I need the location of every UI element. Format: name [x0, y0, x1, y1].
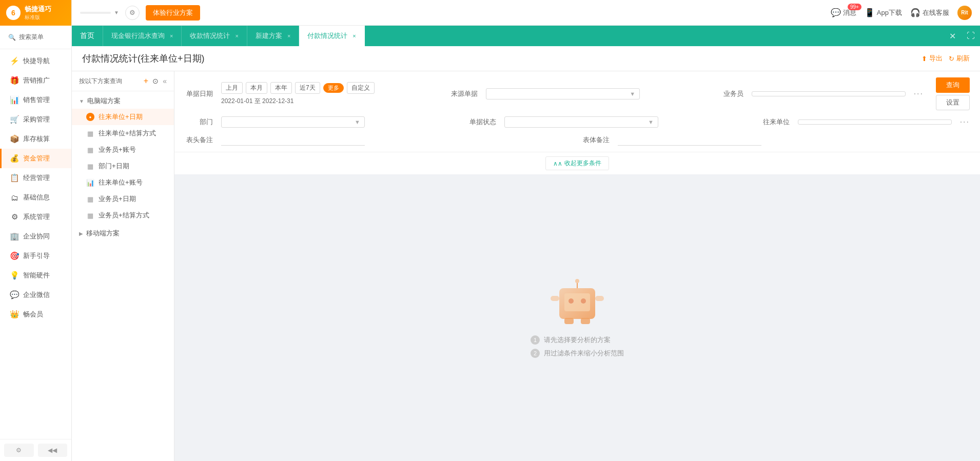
- scheme-item-label: 业务员+结算方式: [99, 211, 149, 220]
- sidebar-collapse-btn[interactable]: ◀◀: [38, 444, 68, 457]
- sidebar-item-yingxiao[interactable]: 🎁 营销推广: [0, 71, 71, 90]
- scheme-item-staff-account[interactable]: ▦ 业务员+账号: [72, 142, 174, 158]
- query-button[interactable]: 查询: [936, 77, 970, 93]
- scheme-item-label: 业务员+账号: [99, 145, 136, 154]
- scheme-collapse-btn[interactable]: «: [163, 77, 167, 85]
- tip-text-2: 用过滤条件来缩小分析范围: [544, 349, 624, 358]
- svg-rect-6: [551, 296, 559, 301]
- partner-more-btn[interactable]: ···: [960, 117, 970, 127]
- date-btn-7days[interactable]: 近7天: [295, 82, 320, 94]
- search-menu-item[interactable]: 🔍 搜索菜单: [4, 30, 67, 45]
- receipts-tab-close[interactable]: ×: [235, 33, 238, 39]
- tab-payments[interactable]: 付款情况统计 ×: [299, 26, 364, 46]
- sidebar-logo: 6: [6, 6, 21, 20]
- mobile-section-header[interactable]: ▶ 移动端方案: [72, 226, 174, 241]
- header-note-input[interactable]: [221, 134, 365, 146]
- sidebar-item-label: 采购管理: [23, 115, 50, 124]
- table-icon: ▦: [86, 162, 94, 170]
- tab-receipts[interactable]: 收款情况统计 ×: [182, 26, 247, 46]
- scheme-item-dept-date[interactable]: ▦ 部门+日期: [72, 158, 174, 174]
- payments-tab-label: 付款情况统计: [307, 31, 347, 41]
- sidebar-item-qiye[interactable]: 🏢 企业协同: [0, 227, 71, 246]
- desktop-scheme-section: ▼ 电脑端方案 ● 往来单位+日期 ▦ 往来单位+结算方式 ▦ 业务员+账号 ▦: [72, 91, 174, 226]
- staff-more-btn[interactable]: ···: [914, 89, 924, 98]
- date-btn-last-month[interactable]: 上月: [221, 82, 243, 94]
- tab-cashflow[interactable]: 现金银行流水查询 ×: [103, 26, 182, 46]
- scheme-header: 按以下方案查询 + ⊙ «: [72, 71, 174, 91]
- arrow-right-icon: ▶: [79, 231, 83, 236]
- topbar-settings-btn[interactable]: ⚙: [125, 6, 140, 20]
- scheme-header-actions: + ⊙ «: [144, 76, 167, 86]
- user-avatar[interactable]: Rit: [957, 6, 972, 20]
- scheme-panel: 按以下方案查询 + ⊙ « ▼ 电脑端方案 ● 往来单位+日期 ▦: [72, 71, 174, 461]
- source-select[interactable]: ▼: [486, 88, 640, 99]
- search-icon: 🔍: [8, 34, 16, 41]
- scheme-item-label: 往来单位+日期: [99, 112, 143, 122]
- scheme-item-partner-settle[interactable]: ▦ 往来单位+结算方式: [72, 125, 174, 142]
- sidebar-item-jingying[interactable]: 📋 经营管理: [0, 168, 71, 188]
- dept-select[interactable]: ▼: [221, 116, 365, 128]
- empty-illustration: 1 请先选择要分析的方案 2 用过滤条件来缩小分析范围: [531, 278, 624, 358]
- sidebar-item-label: 营销推广: [23, 76, 50, 85]
- close-tab-btn[interactable]: ✕: [943, 26, 962, 46]
- gear-icon: ⚙: [16, 447, 22, 454]
- date-btn-this-month[interactable]: 本月: [246, 82, 267, 94]
- desktop-section-header[interactable]: ▼ 电脑端方案: [72, 93, 174, 109]
- money-icon: 💰: [10, 154, 19, 163]
- chart-bar-icon: 📊: [86, 178, 94, 187]
- date-btn-more[interactable]: 更多: [323, 83, 344, 93]
- content-body: 按以下方案查询 + ⊙ « ▼ 电脑端方案 ● 往来单位+日期 ▦: [72, 71, 980, 461]
- partner-select[interactable]: [798, 119, 952, 125]
- scheme-item-partner-account[interactable]: 📊 往来单位+账号: [72, 174, 174, 191]
- scheme-item-staff-settle[interactable]: ▦ 业务员+结算方式: [72, 207, 174, 224]
- sidebar-settings-btn[interactable]: ⚙: [4, 444, 34, 457]
- refresh-btn[interactable]: ↻ 刷新: [949, 54, 970, 63]
- download-icon: 📱: [865, 8, 875, 17]
- filter-collapse-row: ∧∧ 收起更多条件: [174, 152, 980, 174]
- status-select[interactable]: ▼: [504, 116, 658, 128]
- payments-tab-close[interactable]: ×: [352, 33, 356, 39]
- sidebar-item-kuaijie[interactable]: ⚡ 快捷导航: [0, 51, 71, 71]
- date-btn-custom[interactable]: 自定义: [347, 82, 375, 94]
- collapse-filter-btn[interactable]: ∧∧ 收起更多条件: [545, 156, 609, 170]
- sidebar-item-xiaoshou[interactable]: 📊 销售管理: [0, 90, 71, 110]
- sidebar-item-zijin[interactable]: 💰 资金管理: [0, 149, 71, 168]
- scheme-item-label: 往来单位+结算方式: [99, 129, 156, 138]
- export-btn[interactable]: ⬆ 导出: [922, 54, 943, 63]
- tip-item-2: 2 用过滤条件来缩小分析范围: [531, 349, 624, 358]
- sidebar-item-xinshou[interactable]: 🎯 新手引导: [0, 246, 71, 266]
- scheme-item-staff-date[interactable]: ▦ 业务员+日期: [72, 191, 174, 207]
- sidebar-item-zhineng[interactable]: 💡 智能硬件: [0, 266, 71, 285]
- sidebar-item-kucun[interactable]: 📦 库存核算: [0, 129, 71, 149]
- maximize-tab-btn[interactable]: ⛶: [962, 26, 980, 46]
- export-icon: ⬆: [922, 55, 927, 63]
- date-range-display: 2022-01-01 至 2022-12-31: [221, 97, 375, 106]
- scheme-settings-icon[interactable]: ⊙: [152, 77, 159, 85]
- sidebar-item-label: 快捷导航: [23, 56, 50, 66]
- tab-home[interactable]: 首页: [72, 26, 103, 46]
- sidebar-item-jichu[interactable]: 🗂 基础信息: [0, 188, 71, 207]
- cashflow-tab-close[interactable]: ×: [170, 33, 173, 39]
- header-note-label: 表头备注: [185, 135, 213, 145]
- trial-button[interactable]: 体验行业方案: [146, 5, 200, 21]
- chevron-down-icon: ▼: [648, 119, 654, 125]
- date-btn-this-year[interactable]: 本年: [270, 82, 292, 94]
- scheme-item-label: 业务员+日期: [99, 194, 136, 204]
- newscheme-tab-close[interactable]: ×: [287, 33, 290, 39]
- app-download-btn[interactable]: 📱 App下载: [865, 8, 902, 17]
- staff-select[interactable]: [752, 91, 906, 96]
- body-note-input[interactable]: [618, 134, 761, 146]
- filter-settings-btn[interactable]: 设置: [936, 95, 970, 110]
- sidebar-item-chang[interactable]: 👑 畅会员: [0, 305, 71, 324]
- svg-point-3: [581, 298, 586, 304]
- scheme-add-btn[interactable]: +: [144, 76, 148, 86]
- tab-newscheme[interactable]: 新建方案 ×: [247, 26, 299, 46]
- sidebar-item-xitong[interactable]: ⚙ 系统管理: [0, 207, 71, 227]
- online-service-btn[interactable]: 🎧 在线客服: [910, 8, 949, 17]
- sidebar-item-caigou[interactable]: 🛒 采购管理: [0, 110, 71, 129]
- messages-badge[interactable]: 💬 消息 99+: [831, 8, 856, 17]
- sidebar-item-weixin[interactable]: 💬 企业微信: [0, 285, 71, 305]
- table-icon: ▦: [86, 129, 94, 137]
- filter-row-2: 部门 ▼ 单据状态 ▼ 往来单位: [185, 116, 970, 128]
- scheme-item-partner-date[interactable]: ● 往来单位+日期: [72, 109, 174, 125]
